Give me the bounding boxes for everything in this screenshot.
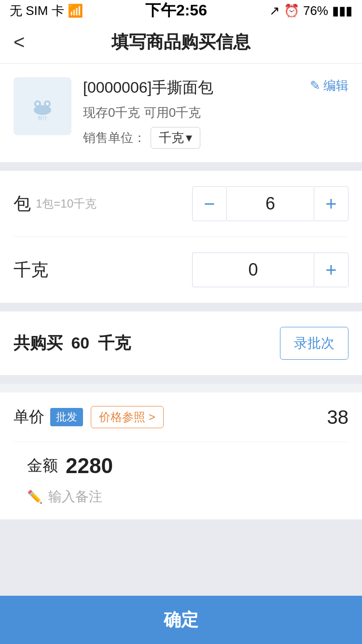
batch-button[interactable]: 录批次 bbox=[280, 327, 348, 360]
battery-text: 76% bbox=[303, 3, 328, 18]
total-section: 共购买 60 千克 录批次 bbox=[0, 311, 362, 375]
note-row[interactable]: ✏️ 输入备注 bbox=[27, 488, 335, 519]
svg-point-3 bbox=[36, 102, 39, 105]
product-image: 智计 bbox=[14, 77, 71, 135]
package-hint: 1包=10千克 bbox=[36, 196, 97, 211]
amount-section: 金额 2280 ✏️ 输入备注 bbox=[14, 442, 348, 519]
product-unit-row: 销售单位： 千克 ▾ bbox=[83, 127, 348, 149]
package-quantity-input[interactable] bbox=[227, 186, 314, 221]
kilo-label: 千克 bbox=[14, 258, 48, 282]
kilo-row: 千克 + bbox=[14, 237, 348, 303]
price-section: 单价 批发 价格参照 > 38 金额 2280 ✏️ 输入备注 bbox=[0, 392, 362, 519]
product-info: [0000006]手撕面包 现存0千克 可用0千克 销售单位： 千克 ▾ bbox=[83, 77, 348, 149]
back-button[interactable]: < bbox=[14, 31, 25, 53]
svg-point-2 bbox=[34, 105, 51, 115]
amount-label: 金额 bbox=[27, 455, 58, 476]
edit-icon: ✎ bbox=[310, 78, 320, 93]
unit-label: 销售单位： bbox=[83, 129, 146, 146]
confirm-button[interactable]: 确定 bbox=[0, 596, 362, 644]
status-bar: 无 SIM 卡 📶 下午2:56 ↗ ⏰ 76% ▮▮▮ bbox=[0, 0, 362, 21]
product-card: 智计 [0000006]手撕面包 现存0千克 可用0千克 销售单位： 千克 ▾ … bbox=[0, 64, 362, 162]
kilo-plus-button[interactable]: + bbox=[314, 252, 348, 287]
price-label: 单价 bbox=[14, 406, 44, 428]
svg-text:智计: 智计 bbox=[38, 115, 47, 121]
alarm-icon: ⏰ bbox=[284, 3, 299, 18]
location-icon: ↗ bbox=[269, 3, 280, 18]
edit-button[interactable]: ✎ 编辑 bbox=[310, 77, 348, 94]
product-name: [0000006]手撕面包 bbox=[83, 77, 348, 98]
unit-select[interactable]: 千克 ▾ bbox=[151, 127, 200, 149]
status-right: ↗ ⏰ 76% ▮▮▮ bbox=[269, 3, 352, 18]
divider-1 bbox=[0, 162, 362, 171]
kilo-quantity-input[interactable] bbox=[192, 252, 314, 287]
kilo-quantity-control: + bbox=[192, 252, 348, 287]
divider-3 bbox=[0, 375, 362, 384]
price-ref-label: 价格参照 > bbox=[99, 409, 155, 425]
price-value: 38 bbox=[327, 406, 349, 428]
price-row: 单价 批发 价格参照 > 38 bbox=[14, 406, 348, 442]
package-quantity-control: − + bbox=[192, 186, 348, 221]
page-title: 填写商品购买信息 bbox=[111, 30, 251, 54]
package-plus-button[interactable]: + bbox=[314, 186, 348, 221]
total-text: 共购买 60 千克 bbox=[14, 332, 131, 354]
price-ref-button[interactable]: 价格参照 > bbox=[91, 406, 164, 428]
quantity-section: 包 1包=10千克 − + 千克 + bbox=[0, 171, 362, 303]
note-label: 输入备注 bbox=[48, 488, 102, 506]
svg-point-4 bbox=[46, 102, 49, 105]
status-time: 下午2:56 bbox=[145, 0, 207, 21]
product-stock: 现存0千克 可用0千克 bbox=[83, 104, 348, 121]
unit-value: 千克 bbox=[159, 129, 184, 146]
package-row: 包 1包=10千克 − + bbox=[14, 171, 348, 237]
amount-value: 2280 bbox=[66, 454, 113, 478]
battery-icon: ▮▮▮ bbox=[332, 3, 352, 18]
product-logo-icon: 智计 bbox=[28, 92, 57, 121]
package-minus-button[interactable]: − bbox=[192, 186, 227, 221]
package-label: 包 bbox=[14, 192, 31, 216]
edit-note-icon: ✏️ bbox=[27, 490, 42, 504]
nav-bar: < 填写商品购买信息 bbox=[0, 21, 362, 64]
price-tag: 批发 bbox=[50, 408, 83, 426]
chevron-down-icon: ▾ bbox=[186, 130, 192, 145]
divider-2 bbox=[0, 303, 362, 311]
amount-row: 金额 2280 bbox=[27, 454, 335, 478]
status-left: 无 SIM 卡 📶 bbox=[10, 2, 83, 19]
